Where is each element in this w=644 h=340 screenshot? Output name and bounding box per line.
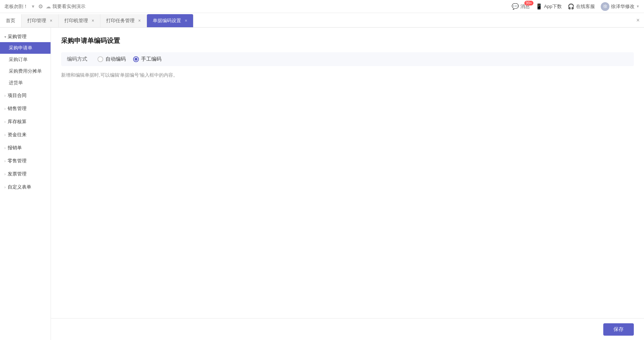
tab-print-task-mgmt[interactable]: 打印任务管理 × — [100, 14, 147, 27]
sidebar-group-finance: › 资金往来 — [0, 129, 51, 141]
sidebar-group-purchase: ▾ 采购管理 采购申请单 采购订单 采购费用分摊单 进货单 — [0, 31, 51, 89]
sidebar-item-purchase-order-label: 采购订单 — [9, 57, 28, 62]
sidebar-group-invoice-header[interactable]: › 发票管理 — [0, 168, 51, 180]
chevron-right-icon-expense: › — [4, 146, 5, 150]
sidebar-group-project-label: 项目合同 — [8, 92, 27, 99]
dropdown-icon[interactable]: ▼ — [31, 4, 35, 9]
user-chevron-icon: ▼ — [636, 4, 640, 8]
sidebar-item-purchase-request[interactable]: 采购申请单 — [0, 42, 51, 54]
sidebar-group-custom-form: › 自定义表单 — [0, 181, 51, 193]
sidebar-group-expense: › 报销单 — [0, 142, 51, 154]
sidebar-group-retail-header[interactable]: › 零售管理 — [0, 155, 51, 167]
radio-manual-label: 手工编码 — [141, 56, 161, 62]
gear-icon[interactable]: ⚙ — [38, 3, 43, 10]
tab-print-mgmt-close[interactable]: × — [50, 18, 52, 23]
encoding-row: 编码方式 自动编码 手工编码 — [61, 52, 634, 66]
headset-icon: 🎧 — [568, 3, 575, 10]
radio-group-encoding: 自动编码 手工编码 — [97, 56, 161, 62]
sidebar-group-retail: › 零售管理 — [0, 155, 51, 167]
online-service-btn[interactable]: 🎧 在线客服 — [568, 3, 595, 10]
chevron-right-icon-custom: › — [4, 185, 5, 189]
page-title: 采购申请单编码设置 — [61, 36, 634, 45]
sidebar-group-sales: › 销售管理 — [0, 102, 51, 115]
tab-print-mgmt[interactable]: 打印管理 × — [21, 14, 59, 27]
chevron-right-icon-finance: › — [4, 133, 5, 137]
avatar: 徐 — [601, 2, 609, 11]
encoding-label: 编码方式 — [67, 56, 89, 62]
tab-print-task-mgmt-close[interactable]: × — [138, 18, 141, 23]
tab-barcode-setting[interactable]: 单据编码设置 × — [147, 14, 193, 27]
app-download-btn[interactable]: 📱 App下数 — [536, 3, 562, 10]
radio-auto-circle — [97, 56, 103, 62]
tab-bar: 首页 打印管理 × 打印机管理 × 打印任务管理 × 单据编码设置 × × — [0, 13, 644, 28]
sidebar-group-inventory-label: 库存核算 — [8, 118, 27, 125]
sidebar-group-purchase-header[interactable]: ▾ 采购管理 — [0, 31, 51, 42]
chevron-right-icon-invoice: › — [4, 172, 5, 176]
sidebar-group-finance-header[interactable]: › 资金往来 — [0, 129, 51, 141]
content-area: 采购申请单编码设置 编码方式 自动编码 手工编码 新增和编辑单据时,可以编辑'单… — [51, 28, 644, 340]
sidebar-item-purchase-expense[interactable]: 采购费用分摊单 — [0, 65, 51, 77]
user-info[interactable]: 徐 徐泽华修改 ▼ — [601, 2, 640, 11]
hint-text: 新增和编辑单据时,可以编辑'单据编号'输入框中的内容。 — [61, 72, 634, 78]
sidebar-item-purchase-order[interactable]: 采购订单 — [0, 54, 51, 65]
cloud-icon: ☁ — [46, 4, 51, 9]
tab-barcode-setting-label: 单据编码设置 — [153, 17, 181, 24]
sidebar-group-finance-label: 资金往来 — [8, 131, 27, 138]
sidebar-group-expense-label: 报销单 — [8, 145, 22, 151]
tab-printer-mgmt-label: 打印机管理 — [64, 17, 88, 24]
demo-link[interactable]: ☁ 我要看实例演示 — [46, 3, 85, 10]
tab-printer-mgmt-close[interactable]: × — [92, 18, 94, 23]
sidebar-item-purchase-receipt[interactable]: 进货单 — [0, 77, 51, 89]
sidebar: ▾ 采购管理 采购申请单 采购订单 采购费用分摊单 进货单 › 项目合同 — [0, 28, 51, 340]
top-bar-left: 老板勿割！ ▼ ⚙ ☁ 我要看实例演示 — [4, 3, 85, 10]
message-icon: 💬 — [512, 3, 519, 10]
chevron-down-icon: ▾ — [4, 35, 6, 39]
tab-home-label: 首页 — [6, 17, 15, 24]
sidebar-group-custom-form-header[interactable]: › 自定义表单 — [0, 181, 51, 193]
sidebar-group-inventory-header[interactable]: › 库存核算 — [0, 116, 51, 128]
sidebar-group-invoice-label: 发票管理 — [8, 171, 27, 177]
top-bar-right: 💬 消息 99+ 📱 App下数 🎧 在线客服 徐 徐泽华修改 ▼ — [512, 2, 640, 11]
sidebar-group-expense-header[interactable]: › 报销单 — [0, 142, 51, 154]
footer-bar: 保存 — [51, 318, 644, 340]
top-bar: 老板勿割！ ▼ ⚙ ☁ 我要看实例演示 💬 消息 99+ 📱 App下数 🎧 在… — [0, 0, 644, 13]
message-badge: 99+ — [524, 1, 533, 5]
sidebar-group-invoice: › 发票管理 — [0, 168, 51, 180]
message-btn[interactable]: 💬 消息 99+ — [512, 3, 530, 10]
tab-barcode-setting-close[interactable]: × — [185, 18, 187, 23]
chevron-right-icon-sales: › — [4, 107, 5, 111]
tab-print-mgmt-label: 打印管理 — [27, 17, 46, 24]
chevron-right-icon-project: › — [4, 94, 5, 98]
sidebar-group-sales-header[interactable]: › 销售管理 — [0, 102, 51, 115]
sidebar-item-purchase-request-label: 采购申请单 — [9, 45, 32, 50]
save-button[interactable]: 保存 — [603, 323, 634, 336]
tab-bar-close-btn[interactable]: × — [632, 17, 644, 24]
tab-home[interactable]: 首页 — [0, 14, 21, 27]
sidebar-group-retail-label: 零售管理 — [8, 158, 27, 164]
tab-printer-mgmt[interactable]: 打印机管理 × — [59, 14, 100, 27]
main-layout: ▾ 采购管理 采购申请单 采购订单 采购费用分摊单 进货单 › 项目合同 — [0, 28, 644, 340]
sidebar-group-sales-label: 销售管理 — [8, 105, 27, 112]
radio-auto-label: 自动编码 — [105, 56, 126, 62]
chevron-right-icon-inventory: › — [4, 120, 5, 124]
radio-manual-circle — [133, 56, 139, 62]
radio-auto-code[interactable]: 自动编码 — [97, 56, 126, 62]
chevron-right-icon-retail: › — [4, 159, 5, 163]
sidebar-group-project: › 项目合同 — [0, 89, 51, 102]
top-left-text[interactable]: 老板勿割！ — [4, 3, 28, 10]
sidebar-item-purchase-receipt-label: 进货单 — [9, 80, 23, 85]
content-body: 采购申请单编码设置 编码方式 自动编码 手工编码 新增和编辑单据时,可以编辑'单… — [51, 28, 644, 318]
sidebar-group-purchase-label: 采购管理 — [8, 33, 27, 40]
sidebar-group-inventory: › 库存核算 — [0, 116, 51, 128]
sidebar-group-custom-form-label: 自定义表单 — [8, 184, 31, 190]
sidebar-group-project-header[interactable]: › 项目合同 — [0, 89, 51, 102]
sidebar-item-purchase-expense-label: 采购费用分摊单 — [9, 68, 42, 74]
app-icon: 📱 — [536, 3, 543, 10]
radio-manual-code[interactable]: 手工编码 — [133, 56, 161, 62]
tab-print-task-mgmt-label: 打印任务管理 — [106, 17, 135, 24]
